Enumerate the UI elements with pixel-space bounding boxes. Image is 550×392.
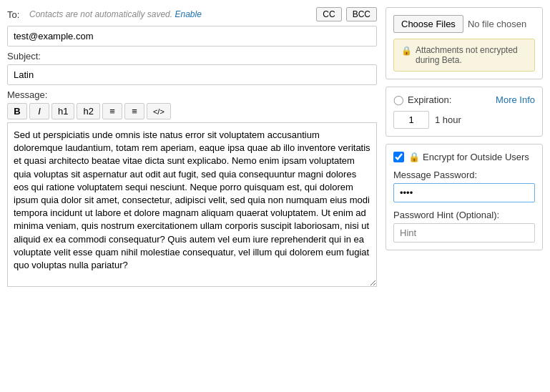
warning-text: Attachments not encrypted during Beta.	[416, 45, 527, 65]
enable-link[interactable]: Enable	[175, 9, 201, 19]
to-note: Contacts are not automatically saved. En…	[29, 9, 312, 19]
password-label: Message Password:	[393, 170, 535, 180]
h1-button[interactable]: h1	[51, 103, 74, 119]
expiration-input[interactable]	[393, 111, 429, 129]
lock-icon: 🔒	[401, 46, 412, 56]
to-input[interactable]	[7, 26, 377, 46]
encrypt-checkbox[interactable]	[393, 152, 404, 162]
attachments-warning: 🔒 Attachments not encrypted during Beta.	[393, 39, 535, 72]
lock-icon-encrypt: 🔒	[408, 152, 420, 162]
more-info-link[interactable]: More Info	[496, 94, 535, 105]
italic-button[interactable]: I	[29, 103, 49, 119]
clock-icon: ◯	[393, 94, 404, 105]
cc-button[interactable]: CC	[316, 7, 341, 21]
password-input[interactable]	[393, 183, 535, 202]
hint-label: Password Hint (Optional):	[393, 210, 535, 220]
bcc-button[interactable]: BCC	[346, 7, 377, 21]
subject-label: Subject:	[7, 51, 44, 62]
no-file-text: No file chosen	[468, 19, 526, 29]
ol-button[interactable]: ≡	[124, 103, 144, 119]
message-toolbar: B I h1 h2 ≡ ≡ </>	[7, 103, 377, 119]
to-label: To:	[7, 9, 25, 20]
expiration-unit: 1 hour	[435, 114, 461, 125]
attachments-section: Choose Files No file chosen 🔒 Attachment…	[386, 7, 543, 79]
choose-files-button[interactable]: Choose Files	[393, 15, 463, 33]
code-button[interactable]: </>	[147, 103, 171, 119]
encrypt-section: 🔒 Encrypt for Outside Users Message Pass…	[386, 144, 543, 250]
message-label: Message:	[7, 89, 377, 100]
h2-button[interactable]: h2	[77, 103, 99, 119]
hint-input[interactable]	[393, 223, 535, 242]
bold-button[interactable]: B	[7, 103, 27, 119]
expiration-label: Expiration:	[408, 94, 451, 105]
subject-input[interactable]	[7, 64, 377, 85]
message-textarea[interactable]: Sed ut perspiciatis unde omnis iste natu…	[7, 122, 377, 287]
encrypt-label: 🔒 Encrypt for Outside Users	[408, 152, 529, 162]
ul-button[interactable]: ≡	[102, 103, 122, 119]
expiration-section: ◯ Expiration: More Info 1 hour	[386, 87, 543, 137]
